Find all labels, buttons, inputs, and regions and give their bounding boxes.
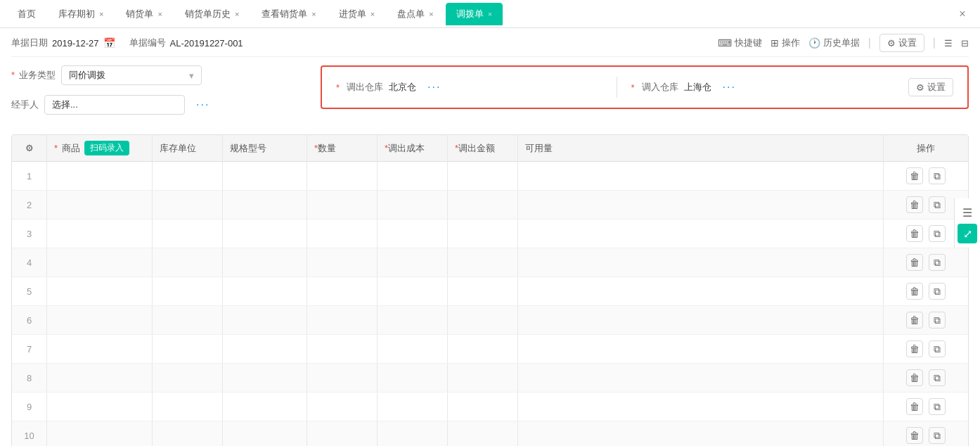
row-9-spec[interactable] bbox=[223, 393, 307, 421]
row-5-copy-button[interactable]: ⧉ bbox=[929, 283, 946, 300]
layout-grid-button[interactable]: ⊟ bbox=[961, 38, 969, 49]
business-type-select[interactable]: 同价调拨 ▾ bbox=[61, 65, 202, 85]
row-8-delete-button[interactable]: 🗑 bbox=[906, 369, 923, 386]
row-1-copy-button[interactable]: ⧉ bbox=[929, 167, 946, 184]
row-2-unit[interactable] bbox=[153, 191, 223, 219]
settings-button[interactable]: ⚙ 设置 bbox=[879, 34, 924, 52]
row-2-cost[interactable] bbox=[378, 191, 448, 219]
close-view-sales[interactable]: × bbox=[311, 10, 316, 18]
row-3-cost[interactable] bbox=[378, 219, 448, 248]
row-6-product[interactable] bbox=[47, 306, 153, 334]
row-2-product[interactable] bbox=[47, 191, 153, 219]
row-5-available[interactable] bbox=[518, 277, 884, 305]
row-2-amount[interactable] bbox=[448, 191, 518, 219]
row-7-unit[interactable] bbox=[153, 335, 223, 363]
row-9-copy-button[interactable]: ⧉ bbox=[929, 398, 946, 415]
row-3-qty[interactable] bbox=[307, 219, 378, 248]
row-10-qty[interactable] bbox=[307, 421, 378, 446]
close-transfer[interactable]: × bbox=[488, 10, 492, 18]
row-1-qty[interactable] bbox=[307, 162, 378, 190]
row-5-product[interactable] bbox=[47, 277, 153, 305]
row-8-product[interactable] bbox=[47, 364, 153, 392]
row-4-qty[interactable] bbox=[307, 248, 378, 276]
row-6-unit[interactable] bbox=[153, 306, 223, 334]
row-7-available[interactable] bbox=[518, 335, 884, 363]
row-9-delete-button[interactable]: 🗑 bbox=[906, 398, 923, 415]
row-5-unit[interactable] bbox=[153, 277, 223, 305]
sidebar-list-icon[interactable]: ☰ bbox=[958, 203, 977, 222]
warehouse-out-more-button[interactable]: ··· bbox=[427, 81, 441, 94]
row-10-copy-button[interactable]: ⧉ bbox=[929, 427, 946, 444]
row-7-spec[interactable] bbox=[223, 335, 307, 363]
warehouse-in-more-button[interactable]: ··· bbox=[723, 81, 736, 94]
row-1-product[interactable] bbox=[47, 162, 153, 190]
row-9-qty[interactable] bbox=[307, 393, 378, 421]
row-6-qty[interactable] bbox=[307, 306, 378, 334]
row-8-cost[interactable] bbox=[378, 364, 448, 392]
row-1-delete-button[interactable]: 🗑 bbox=[906, 167, 923, 184]
row-2-available[interactable] bbox=[518, 191, 884, 219]
row-4-copy-button[interactable]: ⧉ bbox=[929, 254, 946, 271]
row-3-delete-button[interactable]: 🗑 bbox=[906, 225, 923, 242]
layout-list-button[interactable]: ☰ bbox=[944, 38, 953, 49]
tab-home[interactable]: 首页 bbox=[7, 3, 46, 25]
row-1-available[interactable] bbox=[518, 162, 884, 190]
row-8-spec[interactable] bbox=[223, 364, 307, 392]
row-9-amount[interactable] bbox=[448, 393, 518, 421]
row-1-spec[interactable] bbox=[223, 162, 307, 190]
calendar-icon[interactable]: 📅 bbox=[103, 37, 115, 49]
row-9-available[interactable] bbox=[518, 393, 884, 421]
row-8-available[interactable] bbox=[518, 364, 884, 392]
tab-inventory-init[interactable]: 库存期初 × bbox=[48, 3, 114, 25]
row-6-copy-button[interactable]: ⧉ bbox=[929, 312, 946, 329]
row-3-amount[interactable] bbox=[448, 219, 518, 248]
row-4-delete-button[interactable]: 🗑 bbox=[906, 254, 923, 271]
row-5-cost[interactable] bbox=[378, 277, 448, 305]
row-6-amount[interactable] bbox=[448, 306, 518, 334]
row-7-delete-button[interactable]: 🗑 bbox=[906, 340, 923, 357]
row-8-qty[interactable] bbox=[307, 364, 378, 392]
tab-transfer[interactable]: 调拨单 × bbox=[446, 3, 503, 25]
row-6-cost[interactable] bbox=[378, 306, 448, 334]
row-7-product[interactable] bbox=[47, 335, 153, 363]
row-7-cost[interactable] bbox=[378, 335, 448, 363]
row-3-available[interactable] bbox=[518, 219, 884, 248]
warehouse-settings-button[interactable]: ⚙ 设置 bbox=[908, 78, 953, 96]
row-5-delete-button[interactable]: 🗑 bbox=[906, 283, 923, 300]
close-inventory-check[interactable]: × bbox=[429, 10, 433, 18]
th-gear[interactable]: ⚙ bbox=[12, 135, 47, 161]
row-10-amount[interactable] bbox=[448, 421, 518, 446]
row-6-spec[interactable] bbox=[223, 306, 307, 334]
row-9-product[interactable] bbox=[47, 393, 153, 421]
row-4-product[interactable] bbox=[47, 248, 153, 276]
row-6-available[interactable] bbox=[518, 306, 884, 334]
tab-purchase-order[interactable]: 进货单 × bbox=[328, 3, 385, 25]
sidebar-expand-icon[interactable]: ⤢ bbox=[958, 224, 977, 243]
close-sales-order[interactable]: × bbox=[157, 10, 162, 18]
row-1-amount[interactable] bbox=[448, 162, 518, 190]
row-2-spec[interactable] bbox=[223, 191, 307, 219]
window-close-button[interactable]: × bbox=[952, 4, 973, 25]
close-purchase-order[interactable]: × bbox=[370, 10, 375, 18]
row-4-cost[interactable] bbox=[378, 248, 448, 276]
row-4-amount[interactable] bbox=[448, 248, 518, 276]
row-5-spec[interactable] bbox=[223, 277, 307, 305]
row-8-amount[interactable] bbox=[448, 364, 518, 392]
row-9-unit[interactable] bbox=[153, 393, 223, 421]
row-1-unit[interactable] bbox=[153, 162, 223, 190]
row-8-unit[interactable] bbox=[153, 364, 223, 392]
tab-view-sales[interactable]: 查看销货单 × bbox=[251, 3, 326, 25]
row-7-amount[interactable] bbox=[448, 335, 518, 363]
tab-sales-order[interactable]: 销货单 × bbox=[115, 3, 172, 25]
row-4-available[interactable] bbox=[518, 248, 884, 276]
row-2-copy-button[interactable]: ⧉ bbox=[929, 196, 946, 213]
row-2-delete-button[interactable]: 🗑 bbox=[906, 196, 923, 213]
handler-select[interactable]: 选择... bbox=[44, 95, 185, 115]
row-3-spec[interactable] bbox=[223, 219, 307, 248]
close-inventory-init[interactable]: × bbox=[99, 10, 103, 18]
tab-sales-history[interactable]: 销货单历史 × bbox=[174, 3, 250, 25]
handler-more-button[interactable]: ··· bbox=[196, 98, 209, 111]
row-4-spec[interactable] bbox=[223, 248, 307, 276]
row-4-unit[interactable] bbox=[153, 248, 223, 276]
history-button[interactable]: 🕐 历史单据 bbox=[808, 37, 860, 49]
